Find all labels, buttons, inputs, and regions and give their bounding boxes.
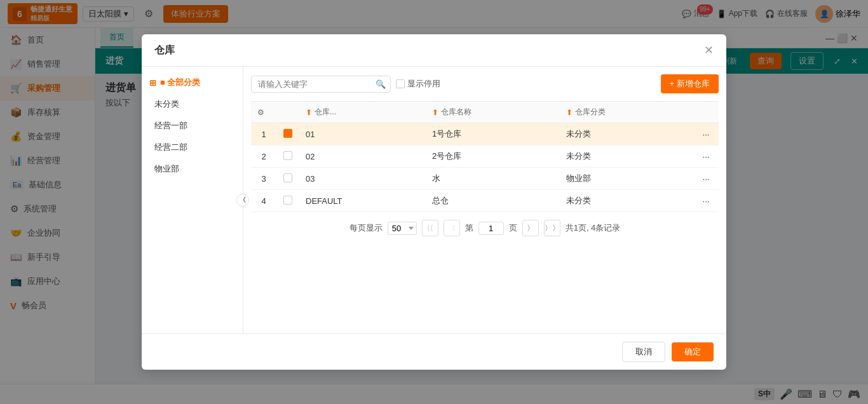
- row-code: DEFAULT: [299, 190, 426, 212]
- per-page-select[interactable]: 50 20 100: [388, 222, 417, 235]
- cancel-button[interactable]: 取消: [622, 342, 665, 362]
- table-row[interactable]: 2 02 2号仓库 未分类 ···: [251, 145, 719, 168]
- row-name: 水: [426, 168, 559, 190]
- gear-icon: ⚙: [257, 108, 264, 117]
- th-checkbox: [276, 102, 299, 123]
- first-page-button[interactable]: ⟨⟨: [422, 220, 438, 236]
- category-item-unclassified[interactable]: 未分类: [142, 93, 243, 115]
- sort-name-icon[interactable]: ⬆: [432, 108, 438, 117]
- th-category: ⬆ 仓库分类: [560, 102, 693, 123]
- row-more[interactable]: ···: [693, 190, 719, 212]
- row-category: 未分类: [560, 190, 693, 212]
- warehouse-modal: 仓库 ✕ ⊞ ■ 全部分类 未分类 经营一部 经营二部 物业部 《: [142, 34, 726, 370]
- modal-close-button[interactable]: ✕: [704, 43, 714, 57]
- search-wrap: 🔍: [251, 76, 391, 93]
- show-disabled-toggle[interactable]: 显示停用: [396, 78, 440, 90]
- modal-header: 仓库 ✕: [142, 34, 726, 67]
- row-checkbox[interactable]: [276, 123, 299, 145]
- pagination: 每页显示 50 20 100 ⟨⟨ 〈 第 页 〉 〉〉 共1页, 4条记录: [251, 212, 719, 239]
- categories-header-label: ■ 全部分类: [160, 77, 200, 88]
- sort-code-icon[interactable]: ⬆: [306, 108, 312, 117]
- row-code: 03: [299, 168, 426, 190]
- category-item-property[interactable]: 物业部: [142, 158, 243, 180]
- sort-cat-icon[interactable]: ⬆: [566, 108, 573, 117]
- table-header-row: ⚙ ⬆ 仓库... ⬆ 仓库名称: [251, 102, 719, 123]
- row-category: 未分类: [560, 123, 693, 145]
- th-settings: ⚙: [251, 102, 276, 123]
- row-more[interactable]: ···: [693, 145, 719, 168]
- th-more: [693, 102, 719, 123]
- disabled-checkbox[interactable]: [396, 79, 405, 88]
- row-category: 物业部: [560, 168, 693, 190]
- category-item-ops2[interactable]: 经营二部: [142, 137, 243, 158]
- modal-body: ⊞ ■ 全部分类 未分类 经营一部 经营二部 物业部 《 🔍: [142, 67, 726, 333]
- total-label: 共1页, 4条记录: [566, 222, 621, 234]
- row-checkbox[interactable]: [276, 168, 299, 190]
- modal-footer: 取消 确定: [142, 333, 726, 370]
- row-name: 总仓: [426, 190, 559, 212]
- table-row[interactable]: 4 DEFAULT 总仓 未分类 ···: [251, 190, 719, 212]
- show-disabled-label: 显示停用: [407, 78, 440, 90]
- th-name: ⬆ 仓库名称: [426, 102, 559, 123]
- next-page-button[interactable]: 〉: [522, 220, 539, 236]
- table-row[interactable]: 3 03 水 物业部 ···: [251, 168, 719, 190]
- warehouse-table: ⚙ ⬆ 仓库... ⬆ 仓库名称: [251, 101, 719, 212]
- table-toolbar: 🔍 显示停用 + 新增仓库: [251, 74, 719, 93]
- table-area: 🔍 显示停用 + 新增仓库 ⚙: [243, 67, 726, 333]
- row-checkbox[interactable]: [276, 190, 299, 212]
- row-num: 3: [251, 168, 276, 190]
- per-page-label: 每页显示: [349, 222, 383, 234]
- prev-page-button[interactable]: 〈: [444, 220, 460, 236]
- page-label: 第: [465, 222, 473, 234]
- row-category: 未分类: [560, 145, 693, 168]
- add-warehouse-button[interactable]: + 新增仓库: [661, 74, 719, 93]
- search-input[interactable]: [251, 76, 391, 93]
- row-num: 1: [251, 123, 276, 145]
- row-more[interactable]: ···: [693, 168, 719, 190]
- row-name: 2号仓库: [426, 145, 559, 168]
- row-num: 4: [251, 190, 276, 212]
- search-icon[interactable]: 🔍: [376, 79, 386, 89]
- table-row[interactable]: 1 01 1号仓库 未分类 ···: [251, 123, 719, 145]
- page-end-label: 页: [509, 222, 517, 234]
- row-more[interactable]: ···: [693, 123, 719, 145]
- row-name: 1号仓库: [426, 123, 559, 145]
- row-num: 2: [251, 145, 276, 168]
- collapse-panel-button[interactable]: 《: [236, 194, 249, 206]
- last-page-button[interactable]: 〉〉: [544, 220, 560, 236]
- row-code: 02: [299, 145, 426, 168]
- row-code: 01: [299, 123, 426, 145]
- page-input[interactable]: [478, 222, 504, 235]
- th-code: ⬆ 仓库...: [299, 102, 426, 123]
- row-checkbox[interactable]: [276, 145, 299, 168]
- all-categories-button[interactable]: ⊞ ■ 全部分类: [142, 72, 243, 93]
- category-item-ops1[interactable]: 经营一部: [142, 115, 243, 137]
- modal-overlay[interactable]: 仓库 ✕ ⊞ ■ 全部分类 未分类 经营一部 经营二部 物业部 《: [0, 0, 868, 404]
- category-panel: ⊞ ■ 全部分类 未分类 经营一部 经营二部 物业部 《: [142, 67, 243, 333]
- grid-icon: ⊞: [149, 78, 156, 88]
- confirm-button[interactable]: 确定: [672, 342, 714, 361]
- modal-title: 仓库: [154, 44, 175, 57]
